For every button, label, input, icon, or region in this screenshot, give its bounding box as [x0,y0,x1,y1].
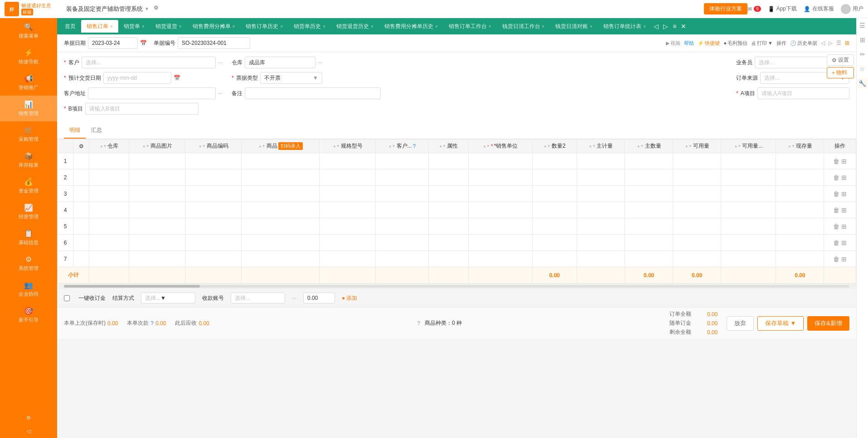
sidebar-item-system[interactable]: ⚙ 系统管理 [0,250,57,276]
right-icon-grid[interactable]: ⊞ [858,35,868,45]
row-2-delete-btn[interactable]: 🗑 [833,174,839,181]
sidebar-toggle-btn[interactable]: ◁ [0,424,57,438]
tab-sales-invoice-close[interactable]: × [142,24,145,29]
tab-next-btn[interactable]: ▷ [661,23,670,30]
warehouse-sort-icon[interactable]: ▲▼ [100,144,107,148]
tab-close-all-btn[interactable]: ✕ [679,23,689,30]
sidebar-item-sales[interactable]: 📊 销售管理 [0,96,57,121]
right-icon-list[interactable]: ☰ [858,20,868,30]
row-6-copy-btn[interactable]: ⊞ [841,239,847,246]
b-project-input[interactable] [85,103,199,115]
sidebar-settings-btn[interactable]: ⚙ [0,411,57,424]
tab-reconcile[interactable]: 钱货日清对账 × [550,20,598,33]
spec-sort-icon[interactable]: ▲▼ [333,144,340,148]
account-more-btn[interactable]: ··· [292,295,296,301]
tab-order-workbench-close[interactable]: × [489,24,491,29]
right-icon-edit[interactable]: ✏ [858,49,868,59]
product-count-help-icon[interactable]: ? [417,320,420,327]
sidebar-item-inventory[interactable]: 📦 库存核算 [0,147,57,173]
row-1-product[interactable] [242,153,320,169]
arrears-help-icon[interactable]: ? [150,320,154,327]
tab-invoice-history[interactable]: 销货单历史 × [288,20,331,33]
tab-fee-history[interactable]: 销售费用分摊单历史 × [379,20,443,33]
tab-fee-history-close[interactable]: × [435,24,438,29]
delivery-calendar-icon[interactable]: 📅 [174,75,180,81]
tab-sales-order[interactable]: 销售订单 × [81,20,118,33]
row-1-available[interactable] [673,153,721,169]
table-scrollbar[interactable] [57,284,856,289]
prev-record-btn[interactable]: ◁ [821,40,825,46]
tab-sales-invoice[interactable]: 销货单 × [118,20,150,33]
col-header-settings[interactable]: ⚙ [73,140,89,153]
tab-sales-fee-close[interactable]: × [233,24,235,29]
row-2-warehouse[interactable] [89,169,129,186]
tab-statistics[interactable]: 销售订单统计表 × [598,20,651,33]
tab-return-history[interactable]: 销货退货历史 × [331,20,379,33]
col-header-qty2[interactable]: ▲▼ 数量2 [532,140,577,153]
system-name-dropdown[interactable]: 装备及固定资产辅助管理系统 ▼ [66,5,149,13]
right-icon-star[interactable]: ☆ [858,64,868,74]
tab-home[interactable]: 首页 [59,20,81,33]
message-btn[interactable]: ✉ 9 [747,6,761,12]
row-2-available2[interactable] [721,169,776,186]
row-2-spec[interactable] [320,169,376,186]
invoice-select[interactable]: 不开票 ▼ [260,72,322,84]
row-1-spec[interactable] [320,153,376,169]
number-input[interactable] [178,37,250,49]
row-2-image[interactable] [129,169,185,186]
row-2-code[interactable] [185,169,242,186]
row-1-customer-code[interactable] [376,153,428,169]
grid-view-icon[interactable]: ⊞ [845,40,849,46]
sidebar-item-search[interactable]: 🔍 搜索菜单 [0,18,57,44]
col-header-attributes[interactable]: ▲▼ 属性 [428,140,468,153]
col-header-main-qty[interactable]: ▲▼ 主数量 [625,140,673,153]
sidebar-item-finance[interactable]: 💰 资金管理 [0,173,57,199]
scan-input-btn[interactable]: 扫码录入 [278,142,303,150]
note-input[interactable] [245,87,381,99]
sidebar-item-purchase[interactable]: 🛒 采购管理 [0,121,57,147]
tab-sales-order-history-close[interactable]: × [280,24,283,29]
row-5-delete-btn[interactable]: 🗑 [833,223,839,230]
main-qty-sort-icon[interactable]: ▲▼ [637,144,644,148]
available2-sort-icon[interactable]: ▲▼ [734,144,741,148]
tab-statistics-close[interactable]: × [643,24,646,29]
col-header-main-unit[interactable]: ▲▼ 主计量 [577,140,625,153]
row-7-delete-btn[interactable]: 🗑 [833,255,839,263]
view-btn[interactable]: ▶ 视频 [666,40,680,47]
calendar-icon[interactable]: 📅 [140,40,147,46]
row-1-main-unit[interactable] [577,153,625,169]
row-2-attributes[interactable] [428,169,468,186]
row-1-warehouse[interactable] [89,153,129,169]
product-sort-icon[interactable]: ▲▼ [258,144,266,148]
row-5-copy-btn[interactable]: ⊞ [841,223,847,230]
sidebar-item-enterprise[interactable]: 👥 企业协同 [0,276,57,302]
col-header-available2[interactable]: ▲▼ 可用量... [721,140,776,153]
discard-button[interactable]: 放弃 [727,316,754,331]
row-1-attributes[interactable] [428,153,468,169]
row-2-copy-btn[interactable]: ⊞ [841,174,847,181]
sidebar-item-guide[interactable]: 🎯 新手引导 [0,302,57,328]
row-1-available2[interactable] [721,153,776,169]
save-draft-button[interactable]: 保存草稿 ▼ [757,316,804,331]
col-header-image[interactable]: ▲▼ 商品图片 [129,140,185,153]
industry-button[interactable]: 体验行业方案 [704,3,747,14]
tab-sales-fee[interactable]: 销售费用分摊单 × [187,20,241,33]
save-new-button[interactable]: 保存&新增 [807,316,849,331]
attributes-sort-icon[interactable]: ▲▼ [439,144,446,148]
code-sort-icon[interactable]: ▲▼ [199,144,206,148]
qty2-sort-icon[interactable]: ▲▼ [543,144,551,148]
row-2-qty2[interactable] [532,169,577,186]
tab-daily-clear[interactable]: 钱货日清工作台 × [497,20,550,33]
add-payment-btn[interactable]: ● 添加 [342,294,357,302]
row-4-delete-btn[interactable]: 🗑 [833,207,839,214]
quick-pay-checkbox[interactable] [64,295,70,301]
save-draft-dropdown-icon[interactable]: ▼ [790,320,796,327]
row-1-code[interactable] [185,153,242,169]
col-header-available[interactable]: ▲▼ 可用量 [673,140,721,153]
account-select[interactable]: 选择... [231,293,285,303]
col-settings-icon[interactable]: ⚙ [79,143,84,149]
tab-return-history-close[interactable]: × [371,24,373,29]
settings-button[interactable]: ⚙ 设置 [827,54,854,66]
row-2-available[interactable] [673,169,721,186]
row-3-copy-btn[interactable]: ⊞ [841,190,847,197]
